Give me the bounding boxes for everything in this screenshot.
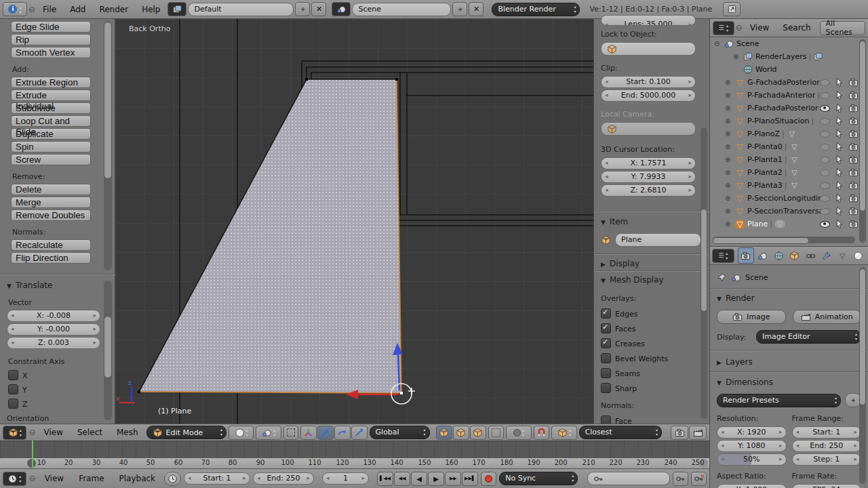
play-button[interactable]: ▶ xyxy=(428,472,444,486)
viewport-3d[interactable]: x z Back Ortho (1) Plane xyxy=(115,19,593,424)
expand-icon[interactable]: ⊕ xyxy=(725,92,733,99)
use-preview-range-button[interactable] xyxy=(164,472,181,486)
resolution-percentage-slider[interactable]: 50% xyxy=(717,453,787,466)
eye-icon[interactable] xyxy=(820,169,830,176)
delete-layout-button[interactable]: ✕ xyxy=(311,2,326,16)
overlay-bevel-row[interactable]: Bevel Weights xyxy=(601,353,701,363)
tool-duplicate[interactable]: Duplicate xyxy=(11,128,91,140)
render-toggle-camera-icon[interactable] xyxy=(848,180,859,190)
tab-world[interactable] xyxy=(771,248,787,263)
editor-type-button[interactable]: i ▴ ▾ xyxy=(3,2,27,16)
cursor-y-field[interactable]: Y: 7.9933 xyxy=(601,171,696,183)
expand-icon[interactable]: ⊕ xyxy=(725,117,733,125)
tab-object[interactable] xyxy=(787,248,802,263)
outliner-row-object[interactable]: ⊕ ▽ P-PlanoZ | ▽ xyxy=(710,127,868,140)
delete-keyframe-button[interactable]: ✕ xyxy=(691,472,707,486)
menu-add[interactable]: Add xyxy=(64,1,92,18)
outliner-row-scene[interactable]: ⊖ Scene xyxy=(710,37,868,50)
outliner-filter-select[interactable]: All Scenes xyxy=(820,21,865,35)
overlay-creases-row[interactable]: Creases xyxy=(601,338,701,348)
viewport-shading-select[interactable]: ▴ ▾ xyxy=(229,426,254,440)
cursor-select-icon[interactable] xyxy=(834,103,844,113)
outliner-row-object[interactable]: ⊕ ▽ P-Planta0 | ▽ xyxy=(710,140,868,153)
expand-icon[interactable]: ⊕ xyxy=(725,130,733,138)
keying-set-field[interactable] xyxy=(587,472,669,485)
timeline-track-area[interactable] xyxy=(0,441,709,459)
collapse-menus-icon[interactable]: ⊖ xyxy=(28,424,35,441)
cursor-x-field[interactable]: X: 1.7571 xyxy=(601,157,696,169)
cursor-select-icon[interactable] xyxy=(834,180,844,190)
delete-scene-button[interactable]: ✕ xyxy=(469,2,484,16)
outliner-row-object[interactable]: ⊕ ▽ P-SeccionLongitudin xyxy=(710,192,868,205)
outliner-row-object[interactable]: ⊕ ▽ P-Planta3 | ▽ xyxy=(710,179,868,192)
operator-panel-scrollbar[interactable] xyxy=(104,281,112,420)
cursor-select-icon[interactable] xyxy=(834,142,844,152)
cursor-z-field[interactable]: Z: 2.6810 xyxy=(601,184,696,197)
eye-icon[interactable] xyxy=(820,79,830,86)
tool-delete[interactable]: Delete xyxy=(11,184,91,195)
render-toggle-camera-icon[interactable] xyxy=(848,206,859,216)
edges-checkbox[interactable] xyxy=(601,308,611,319)
item-panel-header[interactable]: Item xyxy=(601,217,701,226)
cursor-select-icon[interactable] xyxy=(834,116,844,126)
expand-icon[interactable]: ⊕ xyxy=(725,169,733,176)
tab-material[interactable] xyxy=(850,248,866,263)
frame-end-field[interactable]: End: 250 xyxy=(792,440,862,452)
eye-icon[interactable] xyxy=(820,118,830,125)
outliner-row-object-active[interactable]: ⊕ ▽ Plane | ▽ xyxy=(710,218,868,230)
seams-checkbox[interactable] xyxy=(601,368,611,378)
overlay-edges-row[interactable]: Edges xyxy=(601,308,701,319)
snap-target-select[interactable]: Closest▴ ▾ xyxy=(579,426,662,439)
menu-mesh[interactable]: Mesh xyxy=(111,424,144,441)
expand-icon[interactable]: ⊕ xyxy=(725,195,733,202)
menu-view[interactable]: View xyxy=(39,470,70,487)
insert-keyframe-button[interactable] xyxy=(673,472,688,486)
prev-keyframe-button[interactable]: ◀◀ xyxy=(394,472,410,486)
overlay-seams-row[interactable]: Seams xyxy=(601,368,701,378)
eye-icon[interactable] xyxy=(820,105,830,112)
render-display-select[interactable]: Image Editor▴ ▾ xyxy=(756,330,861,344)
snap-toggle-button[interactable] xyxy=(534,426,550,440)
editor-type-button[interactable]: ▴ ▾ xyxy=(3,472,26,486)
sync-mode-select[interactable]: No Sync▴ ▾ xyxy=(499,472,578,485)
clip-end-field[interactable]: End: 5000.000 xyxy=(601,89,696,102)
resolution-y-field[interactable]: Y: 1080 xyxy=(717,440,787,452)
dimensions-panel-header[interactable]: Dimensions xyxy=(717,378,861,387)
render-panel-header[interactable]: Render xyxy=(717,293,861,303)
render-presets-select[interactable]: Render Presets▴ ▾ xyxy=(717,394,841,407)
tool-spin[interactable]: Spin xyxy=(11,141,91,152)
outliner-row-object[interactable]: ⊕ ▽ P-FachadaPosterior xyxy=(710,102,868,115)
cursor-select-icon[interactable] xyxy=(834,206,844,216)
expand-icon[interactable]: ⊕ xyxy=(725,182,733,189)
render-toggle-camera-icon[interactable] xyxy=(848,103,859,113)
expand-icon[interactable]: ⊕ xyxy=(725,156,733,163)
translate-x-field[interactable]: X: -0.008 xyxy=(7,310,100,322)
cursor-select-icon[interactable] xyxy=(834,219,844,229)
timeline-ruler[interactable]: 10 20 30 40 50 60 70 80 90 100 110 120 1… xyxy=(0,458,709,468)
menu-frame[interactable]: Frame xyxy=(73,470,110,487)
mode-select[interactable]: Edit Mode▴ ▾ xyxy=(146,426,226,439)
tool-flip-direction[interactable]: Flip Direction xyxy=(11,252,91,264)
constraint-x-checkbox[interactable] xyxy=(8,370,18,380)
editor-type-button[interactable]: ☰ ▴ ▾ xyxy=(712,249,734,263)
tab-constraints[interactable] xyxy=(803,248,818,263)
toolshelf-scrollbar[interactable] xyxy=(104,21,112,270)
tool-rip[interactable]: Rip xyxy=(11,34,91,45)
collapse-menus-icon[interactable]: ⊖ xyxy=(29,470,36,487)
outliner-row-world[interactable]: World xyxy=(710,63,868,76)
render-engine-select[interactable]: Blender Render▴ ▾ xyxy=(492,3,580,16)
tab-modifiers[interactable] xyxy=(818,248,834,263)
expand-icon[interactable]: ⊕ xyxy=(733,53,741,60)
local-camera-field[interactable] xyxy=(601,122,696,136)
eye-icon[interactable] xyxy=(820,221,830,228)
constraint-y-row[interactable]: Y xyxy=(8,384,100,394)
eye-icon[interactable] xyxy=(820,144,830,150)
sharp-checkbox[interactable] xyxy=(601,383,611,393)
menu-help[interactable]: Help xyxy=(136,1,166,18)
record-button[interactable] xyxy=(481,472,496,486)
current-frame-indicator[interactable] xyxy=(32,441,33,468)
faces-checkbox[interactable] xyxy=(601,323,611,333)
render-toggle-camera-icon[interactable] xyxy=(848,77,859,87)
outliner-row-object[interactable]: ⊕ ▽ P-SeccionTransversa xyxy=(710,205,868,218)
outliner-row-object[interactable]: ⊕ ▽ P-FachadaAnterior | xyxy=(710,89,868,102)
